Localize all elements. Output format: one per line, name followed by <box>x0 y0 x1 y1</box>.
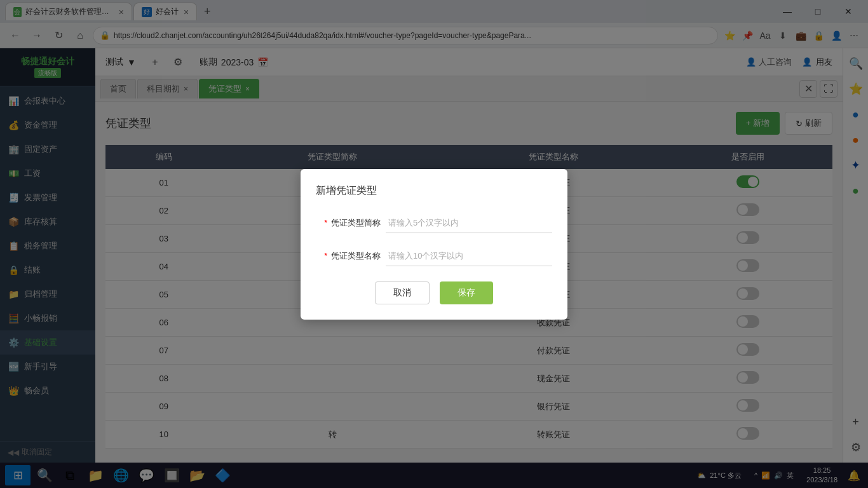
form-label-abbr: * 凭证类型简称 <box>316 217 386 229</box>
modal-footer: 取消 保存 <box>316 281 552 304</box>
form-row-abbr: * 凭证类型简称 <box>316 213 552 233</box>
input-name[interactable] <box>386 246 552 266</box>
cancel-button[interactable]: 取消 <box>375 281 430 304</box>
modal-overlay: 新增凭证类型 * 凭证类型简称 * 凭证类型名称 取消 保存 <box>0 0 868 488</box>
required-mark-2: * <box>324 251 327 261</box>
label-abbr-text: 凭证类型简称 <box>331 218 381 227</box>
required-mark-1: * <box>324 218 327 227</box>
form-row-name: * 凭证类型名称 <box>316 246 552 266</box>
input-abbr[interactable] <box>386 213 552 233</box>
modal-dialog: 新增凭证类型 * 凭证类型简称 * 凭证类型名称 取消 保存 <box>301 169 567 320</box>
modal-title: 新增凭证类型 <box>316 184 552 198</box>
label-name-text: 凭证类型名称 <box>331 251 381 261</box>
save-button[interactable]: 保存 <box>440 281 493 304</box>
form-label-name: * 凭证类型名称 <box>316 250 386 262</box>
